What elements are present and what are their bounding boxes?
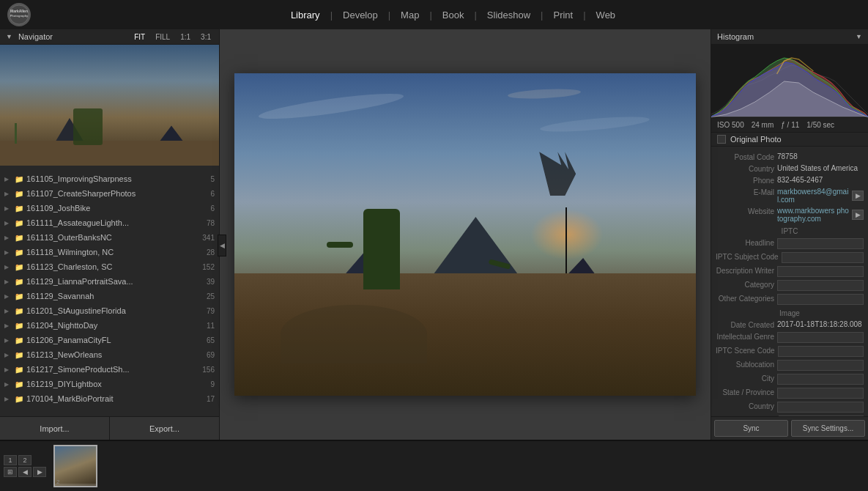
iptc-subject-input[interactable] bbox=[782, 252, 864, 263]
original-photo-row: Original Photo bbox=[711, 133, 868, 147]
iptc-subject-label: IPTC Subject Code bbox=[716, 252, 779, 263]
nav-web[interactable]: Web bbox=[590, 10, 622, 21]
folder-count: 6 bbox=[196, 204, 215, 213]
zoom-fit-button[interactable]: FIT bbox=[132, 33, 147, 41]
folder-count: 11 bbox=[196, 322, 215, 330]
folder-item[interactable]: ▶ 📁 170104_MarkBioPortrait 17 bbox=[0, 391, 219, 406]
phone-value: 832-465-2467 bbox=[777, 176, 864, 185]
folder-item[interactable]: ▶ 📁 161129_LiannaPortraitSava... 39 bbox=[0, 274, 219, 289]
zoom-3-1-button[interactable]: 3:1 bbox=[199, 33, 213, 41]
folder-item[interactable]: ▶ 📁 161109_JoshBike 6 bbox=[0, 201, 219, 215]
nav-book[interactable]: Book bbox=[437, 10, 470, 21]
email-action-button[interactable]: ▶ bbox=[852, 191, 864, 201]
import-button[interactable]: Import... bbox=[0, 417, 109, 440]
iptc-scene-label: IPTC Scene Code bbox=[716, 346, 775, 357]
meta-desc-writer-row: Description Writer bbox=[711, 265, 868, 278]
histogram-collapse-icon[interactable]: ▼ bbox=[856, 33, 862, 40]
metadata-area: Postal Code 78758 Country United States … bbox=[711, 147, 868, 416]
folder-item[interactable]: ▶ 📁 161129_Savannah 25 bbox=[0, 289, 219, 303]
iptc-scene-input[interactable] bbox=[778, 346, 864, 357]
folder-icon: 📁 bbox=[15, 175, 23, 183]
logo-area: MarkAllen Photography bbox=[7, 3, 31, 26]
folder-icon: 📁 bbox=[15, 248, 23, 256]
original-photo-checkbox[interactable] bbox=[717, 135, 726, 144]
folder-arrow-icon: ▶ bbox=[4, 264, 12, 270]
nav-develop[interactable]: Develop bbox=[337, 10, 384, 21]
sublocation-label: Sublocation bbox=[716, 360, 774, 371]
folder-arrow-icon: ▶ bbox=[4, 278, 12, 285]
sublocation-input[interactable] bbox=[777, 360, 864, 371]
nav-library[interactable]: Library bbox=[285, 10, 326, 21]
folder-list[interactable]: ▶ 📁 161105_ImprovingSharpness 5 ▶ 📁 1611… bbox=[0, 166, 219, 416]
city-input[interactable] bbox=[777, 374, 864, 385]
nav-print[interactable]: Print bbox=[547, 10, 579, 21]
folder-name: 161217_SimoneProductSh... bbox=[26, 365, 193, 374]
folder-item[interactable]: ▶ 📁 161111_AssateagueLighth... 78 bbox=[0, 215, 219, 230]
folder-item[interactable]: ▶ 📁 161105_ImprovingSharpness 5 bbox=[0, 171, 219, 186]
category-input[interactable] bbox=[777, 280, 864, 291]
zoom-fill-button[interactable]: FILL bbox=[153, 33, 172, 41]
folder-item[interactable]: ▶ 📁 161206_PanamaCityFL 65 bbox=[0, 333, 219, 347]
country2-input[interactable] bbox=[777, 402, 864, 413]
date-created-value: 2017-01-18T18:18:28.008 bbox=[777, 320, 864, 329]
website-value[interactable]: www.markbowers photography.com bbox=[777, 207, 850, 223]
left-panel: ▼ Navigator FIT FILL 1:1 3:1 ▶ 📁 161105_… bbox=[0, 29, 220, 440]
top-nav: MarkAllen Photography Library | Develop … bbox=[0, 0, 868, 29]
filmstrip-next-button[interactable]: ▶ bbox=[33, 467, 46, 477]
nav-map[interactable]: Map bbox=[395, 10, 425, 21]
state-prov-label: State / Province bbox=[716, 388, 774, 399]
center-panel bbox=[220, 29, 711, 440]
desc-writer-label: Description Writer bbox=[716, 266, 774, 277]
website-action-button[interactable]: ▶ bbox=[852, 210, 864, 220]
left-panel-collapse-button[interactable]: ◀ bbox=[218, 235, 226, 256]
category-label: Category bbox=[716, 280, 774, 291]
zoom-1-1-button[interactable]: 1:1 bbox=[178, 33, 193, 41]
image-section-header: Image bbox=[711, 306, 868, 319]
sync-settings-button[interactable]: Sync Settings... bbox=[791, 420, 865, 437]
folder-arrow-icon: ▶ bbox=[4, 249, 12, 256]
filmstrip-thumb-1[interactable]: 2 bbox=[53, 445, 97, 487]
headline-input[interactable] bbox=[777, 238, 864, 249]
folder-item[interactable]: ▶ 📁 161118_Wilmington, NC 28 bbox=[0, 245, 219, 259]
focal-length: 24 mm bbox=[752, 121, 774, 129]
meta-country2-row: Country bbox=[711, 400, 868, 414]
original-photo-label: Original Photo bbox=[730, 135, 782, 144]
int-genre-input[interactable] bbox=[777, 332, 864, 343]
email-value[interactable]: markbowers84@gmail.com bbox=[777, 188, 850, 204]
folder-count: 152 bbox=[196, 263, 215, 271]
filmstrip-controls: 1 2 ⊞ ◀ ▶ bbox=[4, 455, 46, 477]
iptc-section-header: IPTC bbox=[711, 224, 868, 237]
folder-name: 161109_JoshBike bbox=[26, 204, 193, 213]
navigator-title: Navigator bbox=[18, 32, 126, 41]
meta-headline-row: Headline bbox=[711, 237, 868, 251]
folder-item[interactable]: ▶ 📁 161219_DIYLightbox 9 bbox=[0, 377, 219, 391]
folder-item[interactable]: ▶ 📁 161201_StAugustineFlorida 79 bbox=[0, 303, 219, 318]
folder-icon: 📁 bbox=[15, 336, 23, 344]
folder-item[interactable]: ▶ 📁 161204_NighttoDay 11 bbox=[0, 318, 219, 333]
shutter-value: 1/50 sec bbox=[806, 121, 834, 129]
filmstrip-page-1-button[interactable]: 1 bbox=[4, 455, 17, 465]
other-cats-input[interactable] bbox=[777, 294, 864, 305]
folder-item[interactable]: ▶ 📁 161217_SimoneProductSh... 156 bbox=[0, 362, 219, 377]
folder-arrow-icon: ▶ bbox=[4, 381, 12, 388]
meta-iptc-scene-row: IPTC Scene Code bbox=[711, 344, 868, 358]
filmstrip-grid-button[interactable]: ⊞ bbox=[4, 467, 17, 477]
folder-name: 161213_NewOrleans bbox=[26, 350, 193, 359]
folder-item[interactable]: ▶ 📁 161107_CreateSharperPhotos 6 bbox=[0, 186, 219, 201]
desc-writer-input[interactable] bbox=[777, 266, 864, 277]
nav-slideshow[interactable]: Slideshow bbox=[481, 10, 536, 21]
meta-website-row: Website www.markbowers photography.com ▶ bbox=[711, 205, 868, 224]
folder-item[interactable]: ▶ 📁 161123_Charleston, SC 152 bbox=[0, 259, 219, 274]
export-button[interactable]: Export... bbox=[109, 417, 219, 440]
nav-links: Library | Develop | Map | Book | Slidesh… bbox=[45, 10, 861, 21]
filmstrip-prev-button[interactable]: ◀ bbox=[18, 467, 31, 477]
filmstrip-page-2-button[interactable]: 2 bbox=[18, 455, 31, 465]
folder-name: 161206_PanamaCityFL bbox=[26, 336, 193, 344]
folder-item[interactable]: ▶ 📁 161213_NewOrleans 69 bbox=[0, 347, 219, 362]
navigator-collapse-icon[interactable]: ▼ bbox=[6, 33, 12, 40]
state-prov-input[interactable] bbox=[777, 388, 864, 399]
sync-button[interactable]: Sync bbox=[714, 420, 788, 437]
headline-label: Headline bbox=[716, 238, 774, 249]
histogram-title: Histogram bbox=[717, 32, 754, 41]
folder-item[interactable]: ▶ 📁 161113_OuterBanksNC 341 bbox=[0, 230, 219, 245]
